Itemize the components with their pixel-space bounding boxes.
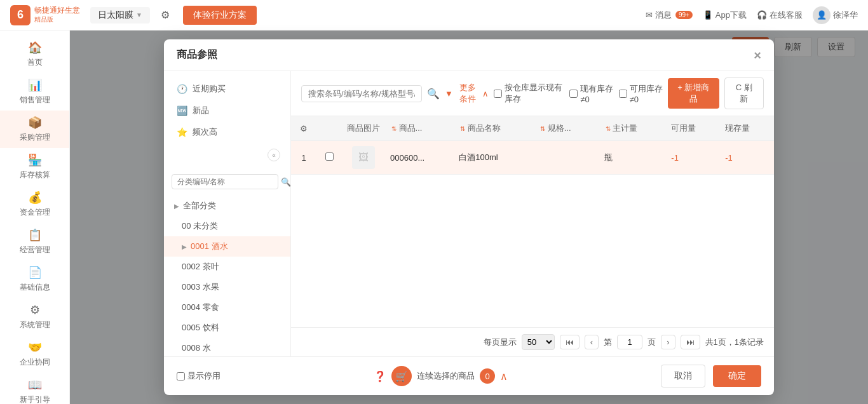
sidebar-label-system: 系统管理 <box>20 320 50 330</box>
col-header-unit[interactable]: ⇅ 主计量 <box>599 116 667 141</box>
tree-item-all[interactable]: ▶ 全部分类 <box>164 196 290 216</box>
sidebar-item-purchase[interactable]: 📦 采购管理 <box>0 111 69 148</box>
sort-icon-name: ⇅ <box>460 125 465 132</box>
prev-page-button[interactable]: ‹ <box>585 335 599 349</box>
new-icon: 🆕 <box>177 105 187 116</box>
sidebar-item-business[interactable]: 📋 经营管理 <box>0 223 69 260</box>
modal-body: 🕐 近期购买 🆕 新品 ⭐ 频次高 <box>164 71 774 356</box>
help-icon[interactable]: ❓ <box>374 370 386 382</box>
first-page-button[interactable]: ⏮ <box>560 335 580 349</box>
tree-item-drink[interactable]: 0005 饮料 <box>164 318 290 338</box>
tree-label-snack: 0004 零食 <box>182 302 219 313</box>
table-row[interactable]: 1 🖼 000600... 白酒100ml <box>291 141 774 175</box>
checkbox-stock-ne-input[interactable] <box>569 90 578 98</box>
checkbox-warehouse-input[interactable] <box>494 90 502 98</box>
filter-arrow-icon: ∧ <box>482 89 489 98</box>
sort-icon-code: ⇅ <box>391 125 397 132</box>
search-button[interactable]: 🔍 <box>427 88 440 100</box>
sidebar-item-finance[interactable]: 💰 资金管理 <box>0 185 69 223</box>
filter-button[interactable]: ▼ 更多条件 ∧ <box>445 82 489 105</box>
tree-item-fruit[interactable]: 0003 水果 <box>164 277 290 297</box>
cancel-button[interactable]: 取消 <box>661 365 705 387</box>
left-panel-top: 🕐 近期购买 🆕 新品 ⭐ 频次高 <box>164 76 290 145</box>
search-input[interactable] <box>301 85 422 102</box>
tree-item-tea[interactable]: 0002 茶叶 <box>164 257 290 277</box>
checkbox-available-ne-label: 可用库存≠0 <box>630 83 663 104</box>
top-nav: 6 畅捷通好生意 精品版 日太阳膜 ▼ ⚙ 体验行业方案 ✉ 消息 99+ 📱 … <box>0 0 868 30</box>
row-checkbox[interactable] <box>325 152 334 161</box>
new-product-item[interactable]: 🆕 新品 <box>169 100 285 121</box>
row-img-cell: 🖼 <box>342 141 385 175</box>
page-input[interactable] <box>617 335 642 349</box>
page-size-label: 每页显示 <box>484 337 517 348</box>
content-area: 查询 刷新 设置 商品参照 × 🕐 <box>70 30 868 404</box>
page-size-select[interactable]: 50 20 100 <box>522 334 555 350</box>
checkbox-stock-ne-label: 现有库存≠0 <box>580 83 613 104</box>
page-label: 第 <box>604 337 612 348</box>
logo-area: 6 畅捷通好生意 精品版 <box>10 5 80 25</box>
product-image: 🖼 <box>352 146 375 169</box>
checkbox-warehouse[interactable]: 按仓库显示现有库存 <box>494 82 564 105</box>
online-service-item[interactable]: 🎧 在线客服 <box>757 10 803 21</box>
nav-selector[interactable]: 日太阳膜 ▼ <box>90 7 150 24</box>
confirm-button[interactable]: 确定 <box>713 365 761 387</box>
show-disabled-checkbox[interactable]: 显示停用 <box>177 370 220 382</box>
sidebar-item-home[interactable]: 🏠 首页 <box>0 36 69 73</box>
checkbox-available-ne-input[interactable] <box>619 90 627 98</box>
checkbox-available-ne[interactable]: 可用库存≠0 <box>619 83 663 104</box>
sidebar-label-home: 首页 <box>27 57 43 68</box>
logo-sub: 精品版 <box>34 15 80 24</box>
message-icon: ✉ <box>646 10 653 20</box>
sidebar-item-system[interactable]: ⚙ 系统管理 <box>0 298 69 335</box>
sales-icon: 📊 <box>28 78 42 92</box>
message-badge: 99+ <box>675 11 693 19</box>
sidebar-label-inventory: 库存核算 <box>20 170 50 180</box>
tree-item-water[interactable]: 0008 水 <box>164 338 290 356</box>
col-header-settings[interactable]: ⚙ <box>291 116 316 141</box>
frequent-item[interactable]: ⭐ 频次高 <box>169 122 285 142</box>
collapse-button[interactable]: « <box>268 149 280 161</box>
table-area: ⚙ 商品图片 ⇅ 商品... ⇅ <box>291 116 774 327</box>
nav-selector-label: 日太阳膜 <box>98 10 133 21</box>
row-checkbox-cell[interactable] <box>316 141 342 175</box>
refresh-product-button[interactable]: C 刷新 <box>724 77 764 109</box>
last-page-button[interactable]: ⏭ <box>681 335 700 349</box>
col-header-spec[interactable]: ⇅ 规格... <box>534 116 599 141</box>
experience-button[interactable]: 体验行业方案 <box>183 6 257 25</box>
footer-collapse-icon[interactable]: ∧ <box>500 370 508 382</box>
row-name: 白酒100ml <box>454 141 534 175</box>
show-disabled-input[interactable] <box>177 372 185 380</box>
left-panel: 🕐 近期购买 🆕 新品 ⭐ 频次高 <box>164 71 291 356</box>
sidebar-item-guide[interactable]: 📖 新手引导 <box>0 373 69 404</box>
sidebar-item-inventory[interactable]: 🏪 库存核算 <box>0 148 69 185</box>
modal-dialog: 商品参照 × 🕐 近期购买 🆕 <box>164 39 774 395</box>
close-button[interactable]: × <box>754 49 761 62</box>
sidebar-item-enterprise[interactable]: 🤝 企业协同 <box>0 335 69 373</box>
sidebar-label-purchase: 采购管理 <box>20 132 50 143</box>
sidebar-label-finance: 资金管理 <box>20 207 50 218</box>
sidebar-item-basic[interactable]: 📄 基础信息 <box>0 260 69 298</box>
category-search-icon[interactable]: 🔍 <box>281 177 291 187</box>
col-header-name[interactable]: ⇅ 商品名称 <box>454 116 534 141</box>
star-icon: ⭐ <box>177 127 187 137</box>
tree-label-uncategorized: 00 未分类 <box>182 220 218 232</box>
tree-item-alcohol[interactable]: ▶ 0001 酒水 <box>164 236 290 257</box>
user-item[interactable]: 👤 徐泽华 <box>813 6 858 24</box>
sidebar-label-sales: 销售管理 <box>20 95 50 105</box>
col-header-code[interactable]: ⇅ 商品... <box>385 116 454 141</box>
message-label: 消息 <box>655 10 672 21</box>
next-page-button[interactable]: › <box>661 335 675 349</box>
category-search-input[interactable] <box>172 174 278 189</box>
product-table: ⚙ 商品图片 ⇅ 商品... ⇅ <box>291 116 774 175</box>
settings-icon[interactable]: ⚙ <box>155 5 175 25</box>
sidebar-item-sales[interactable]: 📊 销售管理 <box>0 73 69 111</box>
cart-button[interactable]: 🛒 <box>391 366 412 386</box>
tree-item-snack[interactable]: 0004 零食 <box>164 297 290 318</box>
checkbox-stock-ne[interactable]: 现有库存≠0 <box>569 83 613 104</box>
add-product-button[interactable]: + 新增商品 <box>668 78 719 109</box>
message-item[interactable]: ✉ 消息 99+ <box>646 10 693 21</box>
tree-item-uncategorized[interactable]: 00 未分类 <box>164 216 290 236</box>
app-download-item[interactable]: 📱 App下载 <box>703 10 747 21</box>
recent-purchase-item[interactable]: 🕐 近期购买 <box>169 79 285 99</box>
sort-icon-spec: ⇅ <box>540 125 545 132</box>
